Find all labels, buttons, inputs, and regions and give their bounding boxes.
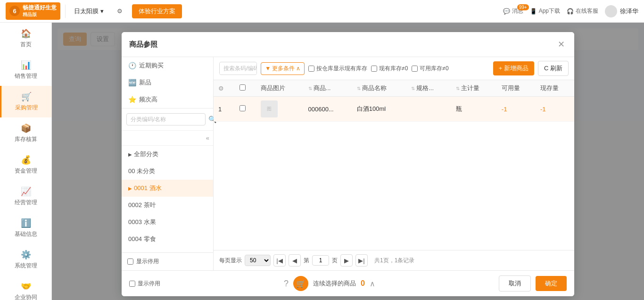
- sort-unit-icon: ⇅: [456, 86, 460, 91]
- show-disabled-label: 显示停用: [136, 258, 159, 266]
- per-page-label: 每页显示: [219, 257, 242, 265]
- filter-bar: 🔍 ▼ 更多条件 ∧ 按仓库显示现有库存 现有库存≠0: [214, 57, 574, 80]
- table-row[interactable]: 1 图 000600... 白酒100ml 瓶 -1 -1: [214, 97, 574, 122]
- category-list: ▶ 全部分类 00 未分类 ▶ 0001 酒水 0002 茶叶 0003 水果: [122, 146, 213, 252]
- pagination-bar: 每页显示 50 100 |◀ ◀ 第 页 ▶ ▶| 共1页，1条记录: [214, 250, 574, 270]
- sidebar-item-finance[interactable]: 💰 资金管理: [0, 149, 51, 181]
- cat-item-0001[interactable]: ▶ 0001 酒水: [122, 180, 213, 197]
- refresh-button[interactable]: C 刷新: [538, 61, 569, 76]
- cat-item-all[interactable]: ▶ 全部分类: [122, 146, 213, 163]
- messages-btn[interactable]: 💬 消息 99+: [503, 7, 523, 15]
- stock-nonzero-checkbox[interactable]: [371, 66, 377, 72]
- quick-item-frequent[interactable]: ⭐ 频次高: [122, 91, 213, 108]
- cat-label-0002: 0002 茶叶: [128, 201, 156, 209]
- show-disabled-footer-checkbox[interactable]: [129, 281, 135, 287]
- collab-icon: 🤝: [21, 281, 31, 292]
- th-name[interactable]: ⇅商品名称: [352, 80, 406, 97]
- confirm-button[interactable]: 确定: [536, 276, 567, 291]
- show-disabled-footer[interactable]: 显示停用: [129, 280, 160, 288]
- checkbox-stock-nonzero[interactable]: 现有库存≠0: [371, 65, 408, 73]
- th-checkbox[interactable]: [235, 80, 256, 97]
- purchase-icon: 🛒: [21, 92, 32, 102]
- cat-item-0002[interactable]: 0002 茶叶: [122, 197, 213, 214]
- cat-item-0005[interactable]: 0005 饮料: [122, 248, 213, 252]
- sidebar-label-system: 系统管理: [15, 262, 37, 270]
- filter-more-button[interactable]: ▼ 更多条件 ∧: [261, 62, 305, 75]
- warehouse-checkbox[interactable]: [308, 66, 314, 72]
- th-spec[interactable]: ⇅规格...: [406, 80, 451, 97]
- filter-icon: ▼: [265, 65, 271, 72]
- sidebar-item-business[interactable]: 📈 经营管理: [0, 181, 51, 212]
- store-selector[interactable]: 日太阳膜 ▾: [70, 5, 107, 17]
- message-badge: 99+: [517, 4, 529, 10]
- app-download-btn[interactable]: 📱 App下载: [530, 7, 560, 15]
- product-table-wrapper: ⚙ 商品图片 ⇅商品... ⇅商品名称 ⇅规格... ⇅主计量 可用量 现存量: [214, 80, 574, 250]
- cat-label-0003: 0003 水果: [128, 218, 156, 226]
- cat-item-0003[interactable]: 0003 水果: [122, 214, 213, 231]
- page-label: 第: [304, 257, 309, 265]
- sidebar-item-collab[interactable]: 🤝 企业协同: [0, 275, 51, 300]
- col-unit-label: 主计量: [461, 84, 479, 92]
- sidebar-item-sales[interactable]: 📊 销售管理: [0, 54, 51, 86]
- online-service-btn[interactable]: 🎧 在线客服: [567, 7, 598, 15]
- cart-icon[interactable]: 🛒: [293, 276, 308, 291]
- sort-asc-icon: ⇅: [308, 86, 312, 91]
- row-unit-cell: 瓶: [451, 97, 497, 122]
- th-code[interactable]: ⇅商品...: [304, 80, 352, 97]
- settings-icon-btn[interactable]: ⚙: [112, 4, 127, 19]
- col-stock-label: 现存量: [540, 84, 559, 92]
- logo-icon: 6: [9, 6, 20, 16]
- col-code-label: 商品...: [314, 84, 331, 92]
- select-all-checkbox[interactable]: [239, 84, 246, 91]
- experience-button[interactable]: 体验行业方案: [132, 4, 182, 18]
- show-disabled-checkbox[interactable]: [127, 258, 133, 265]
- page-next-button[interactable]: ▶: [340, 254, 353, 267]
- th-settings[interactable]: ⚙: [214, 80, 235, 97]
- product-search-input[interactable]: [220, 63, 257, 74]
- new-icon: 🆕: [128, 79, 136, 86]
- sidebar: 🏠 首页 📊 销售管理 🛒 采购管理 📦 库存核算 💰 资金管理 📈 经营管理 …: [0, 23, 52, 300]
- collapse-toggle[interactable]: «: [122, 131, 213, 146]
- sales-icon: 📊: [21, 60, 31, 70]
- quick-label-recent: 近期购买: [139, 61, 164, 70]
- available-nonzero-checkbox[interactable]: [412, 66, 418, 72]
- col-name-label: 商品名称: [362, 84, 387, 92]
- sort-name-icon: ⇅: [357, 86, 361, 91]
- logo: 6 畅捷通好生意 精品版: [6, 2, 60, 19]
- checkbox-warehouse[interactable]: 按仓库显示现有库存: [308, 65, 367, 73]
- row-select-checkbox[interactable]: [239, 105, 246, 111]
- page-prev-button[interactable]: ◀: [289, 254, 301, 267]
- sidebar-item-home[interactable]: 🏠 首页: [0, 23, 51, 54]
- category-search: 🔍: [122, 108, 213, 131]
- sidebar-label-sales: 销售管理: [15, 72, 37, 80]
- quick-item-recent[interactable]: 🕐 近期购买: [122, 57, 213, 74]
- page-number-input[interactable]: [312, 255, 329, 266]
- footer-collapse-icon[interactable]: ∧: [370, 279, 375, 288]
- category-panel: 🕐 近期购买 🆕 新品 ⭐ 频次高 🔍: [122, 57, 214, 270]
- table-header: ⚙ 商品图片 ⇅商品... ⇅商品名称 ⇅规格... ⇅主计量 可用量 现存量: [214, 80, 574, 97]
- basic-icon: ℹ️: [21, 218, 31, 228]
- checkbox-available-nonzero[interactable]: 可用库存≠0: [412, 65, 448, 73]
- th-unit[interactable]: ⇅主计量: [451, 80, 497, 97]
- modal-close-button[interactable]: ✕: [555, 39, 567, 50]
- expand-icon: ▶: [128, 152, 132, 157]
- row-checkbox-cell[interactable]: [235, 97, 256, 122]
- add-product-button[interactable]: + 新增商品: [493, 61, 534, 75]
- sidebar-item-inventory[interactable]: 📦 库存核算: [0, 117, 51, 149]
- sidebar-label-inventory: 库存核算: [15, 135, 37, 143]
- modal-header: 商品参照 ✕: [122, 32, 574, 57]
- page-last-button[interactable]: ▶|: [355, 254, 368, 267]
- sidebar-item-system[interactable]: ⚙️ 系统管理: [0, 244, 51, 275]
- cancel-button[interactable]: 取消: [499, 275, 531, 292]
- cat-item-0004[interactable]: 0004 零食: [122, 231, 213, 248]
- user-avatar: [605, 5, 617, 17]
- sidebar-item-purchase[interactable]: 🛒 采购管理: [0, 86, 51, 117]
- page-first-button[interactable]: |◀: [273, 254, 286, 267]
- user-menu[interactable]: 徐泽华: [605, 5, 638, 17]
- sidebar-item-basic[interactable]: ℹ️ 基础信息: [0, 212, 51, 244]
- quick-item-new[interactable]: 🆕 新品: [122, 74, 213, 91]
- cat-item-uncategorized[interactable]: 00 未分类: [122, 163, 213, 180]
- per-page-select[interactable]: 50 100: [245, 255, 271, 266]
- help-icon[interactable]: ?: [284, 279, 289, 289]
- category-search-input[interactable]: [126, 113, 206, 125]
